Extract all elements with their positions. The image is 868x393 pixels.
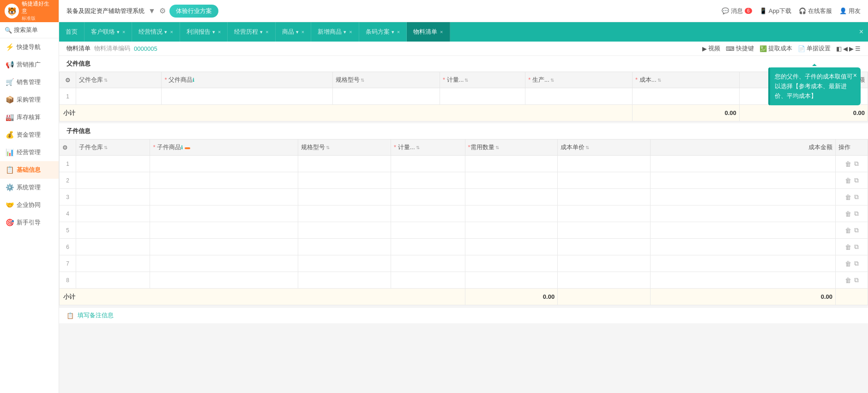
expand-icon[interactable]: ▼	[148, 7, 156, 15]
child-cell-unit-8[interactable]	[391, 272, 465, 289]
child-cell-product-8[interactable]	[150, 272, 298, 289]
sidebar-item-finance[interactable]: 💰 资金管理	[0, 126, 59, 144]
child-cell-unit-6[interactable]	[391, 239, 465, 255]
delete-icon-3[interactable]: 🗑	[845, 193, 851, 201]
child-cell-qty-8[interactable]	[465, 272, 558, 289]
parent-th-settings[interactable]: ⚙	[60, 72, 76, 88]
parent-cell-product-1[interactable]	[162, 88, 333, 105]
tab-new-product[interactable]: 新增商品 ▾ ×	[311, 22, 359, 42]
cols-list-icon[interactable]: ☰	[855, 45, 861, 52]
tab-bom[interactable]: 物料清单 ×	[407, 22, 450, 42]
child-cell-amount-2[interactable]	[650, 172, 835, 189]
child-cell-unit-cost-2[interactable]	[558, 172, 651, 189]
child-cell-warehouse-5[interactable]	[76, 222, 150, 239]
child-cell-unit-4[interactable]	[391, 206, 465, 222]
copy-icon-6[interactable]: ⧉	[854, 243, 859, 251]
app-download-action[interactable]: 📱 App下载	[760, 7, 791, 15]
sidebar-item-quick-nav[interactable]: ⚡ 快捷导航	[0, 38, 59, 56]
copy-icon-3[interactable]: ⧉	[854, 193, 859, 201]
child-cell-unit-7[interactable]	[391, 255, 465, 272]
tab-profit-close[interactable]: ×	[218, 29, 221, 35]
child-cell-qty-5[interactable]	[465, 222, 558, 239]
child-cell-amount-5[interactable]	[650, 222, 835, 239]
child-cell-product-6[interactable]	[150, 239, 298, 255]
child-cell-spec-5[interactable]	[298, 222, 391, 239]
child-cell-unit-3[interactable]	[391, 189, 465, 206]
child-cell-unit-cost-7[interactable]	[558, 255, 651, 272]
sidebar-item-guide[interactable]: 🎯 新手引导	[0, 214, 59, 231]
sidebar-item-system[interactable]: ⚙️ 系统管理	[0, 179, 59, 196]
tab-bom-close[interactable]: ×	[440, 29, 443, 35]
tab-history-close[interactable]: ×	[265, 29, 268, 35]
child-cell-unit-1[interactable]	[391, 156, 465, 172]
tab-product[interactable]: 商品 ▾ ×	[276, 22, 311, 42]
child-cell-unit-cost-4[interactable]	[558, 206, 651, 222]
sidebar-item-sales[interactable]: 🛒 销售管理	[0, 73, 59, 91]
delete-icon-6[interactable]: 🗑	[845, 243, 851, 251]
child-cell-amount-1[interactable]	[650, 156, 835, 172]
child-cell-product-1[interactable]	[150, 156, 298, 172]
tab-history[interactable]: 经营历程 ▾ ×	[228, 22, 275, 42]
child-cell-unit-cost-3[interactable]	[558, 189, 651, 206]
child-cell-spec-6[interactable]	[298, 239, 391, 255]
child-cell-qty-7[interactable]	[465, 255, 558, 272]
child-cell-unit-2[interactable]	[391, 172, 465, 189]
sidebar-item-basic-info[interactable]: 📋 基础信息	[0, 161, 59, 179]
delete-icon-1[interactable]: 🗑	[845, 160, 851, 168]
delete-icon-2[interactable]: 🗑	[845, 177, 851, 184]
child-cell-spec-3[interactable]	[298, 189, 391, 206]
parent-cell-cost-1[interactable]	[633, 88, 740, 105]
scan-badge[interactable]	[185, 147, 190, 149]
child-cell-spec-8[interactable]	[298, 272, 391, 289]
bottom-label[interactable]: 填写备注信息	[78, 311, 114, 320]
child-cell-qty-1[interactable]	[465, 156, 558, 172]
child-cell-unit-cost-1[interactable]	[558, 156, 651, 172]
delete-icon-5[interactable]: 🗑	[845, 227, 851, 234]
tooltip-close-button[interactable]: ×	[853, 70, 857, 80]
child-cell-spec-2[interactable]	[298, 172, 391, 189]
child-cell-product-4[interactable]	[150, 206, 298, 222]
cols-prev[interactable]: ◀	[843, 45, 848, 52]
child-cell-warehouse-2[interactable]	[76, 172, 150, 189]
child-cell-unit-5[interactable]	[391, 222, 465, 239]
trial-button[interactable]: 体验行业方案	[169, 5, 218, 18]
tab-new-product-close[interactable]: ×	[349, 29, 352, 35]
tab-barcode-close[interactable]: ×	[397, 29, 400, 35]
child-cell-warehouse-4[interactable]	[76, 206, 150, 222]
sidebar-item-operations[interactable]: 📊 经营管理	[0, 144, 59, 161]
parent-cell-unit-1[interactable]	[440, 88, 525, 105]
child-cell-product-2[interactable]	[150, 172, 298, 189]
gear-icon[interactable]: ⚙	[159, 6, 166, 15]
child-th-settings[interactable]: ⚙	[60, 139, 76, 156]
parent-cell-spec-1[interactable]	[333, 88, 440, 105]
parent-cell-warehouse-1[interactable]	[76, 88, 162, 105]
copy-icon-1[interactable]: ⧉	[854, 160, 859, 168]
cols-next[interactable]: ▶	[849, 45, 854, 52]
child-cell-warehouse-6[interactable]	[76, 239, 150, 255]
tab-operations[interactable]: 经营情况 ▾ ×	[132, 22, 180, 42]
sidebar-item-marketing[interactable]: 📢 营销推广	[0, 56, 59, 73]
child-cell-product-7[interactable]	[150, 255, 298, 272]
child-cell-spec-1[interactable]	[298, 156, 391, 172]
message-action[interactable]: 💬 消息 6	[722, 7, 752, 15]
child-cell-spec-7[interactable]	[298, 255, 391, 272]
sidebar-search[interactable]: 🔍 搜索菜单	[0, 22, 59, 38]
child-cell-amount-7[interactable]	[650, 255, 835, 272]
shortcut-btn[interactable]: ⌨ 快捷键	[726, 44, 754, 53]
copy-icon-7[interactable]: ⧉	[854, 260, 859, 267]
online-service-action[interactable]: 🎧 在线客服	[799, 7, 832, 15]
sidebar-item-enterprise[interactable]: 🤝 企业协同	[0, 196, 59, 214]
child-cell-product-5[interactable]	[150, 222, 298, 239]
child-cell-warehouse-3[interactable]	[76, 189, 150, 206]
parent-cell-production-1[interactable]	[525, 88, 633, 105]
tab-profit[interactable]: 利润报告 ▾ ×	[180, 22, 228, 42]
child-cell-qty-3[interactable]	[465, 189, 558, 206]
tab-customer[interactable]: 客户联络 ▾ ×	[84, 22, 132, 42]
child-cell-amount-8[interactable]	[650, 272, 835, 289]
extract-cost-btn[interactable]: 💹 提取成本	[760, 44, 792, 53]
child-cell-warehouse-7[interactable]	[76, 255, 150, 272]
child-cell-unit-cost-6[interactable]	[558, 239, 651, 255]
child-cell-warehouse-8[interactable]	[76, 272, 150, 289]
tab-product-close[interactable]: ×	[301, 29, 304, 35]
tab-customer-close[interactable]: ×	[122, 29, 125, 35]
